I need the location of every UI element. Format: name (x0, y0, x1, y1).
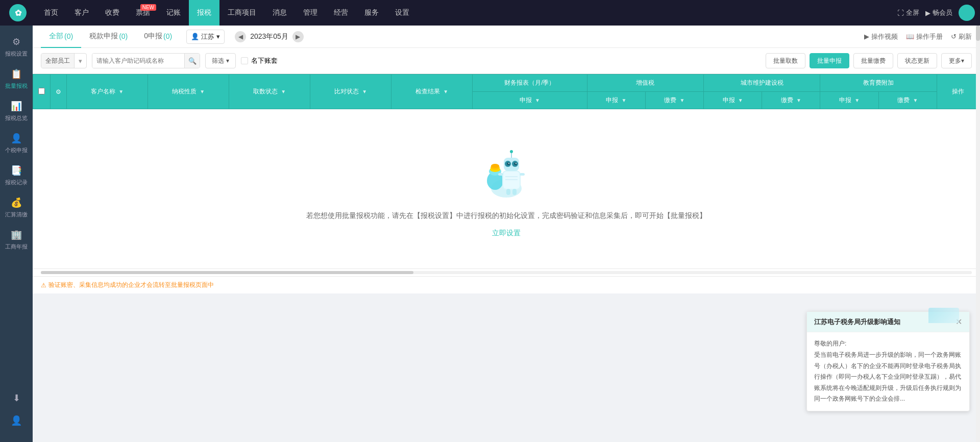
th-vat-declare: 申报 ▼ (587, 92, 645, 109)
th-tax-filter-icon[interactable]: ▼ (200, 89, 205, 94)
batch-pay-btn[interactable]: 批量缴费 (853, 53, 893, 68)
membership-icon: ▶ (925, 9, 930, 17)
user-avatar[interactable] (959, 5, 975, 21)
batch-fetch-btn[interactable]: 批量取数 (766, 53, 805, 68)
province-dropdown-icon: ▾ (216, 33, 220, 40)
svg-point-11 (507, 162, 510, 165)
select-all-checkbox[interactable] (38, 88, 45, 94)
account-checkbox-wrap[interactable]: 名下账套 (241, 56, 278, 65)
video-tutorial-btn[interactable]: ▶ 操作视频 (864, 32, 898, 41)
sidebar-item-tax-settings[interactable]: ⚙ 报税设置 (0, 31, 33, 63)
svg-rect-18 (520, 173, 525, 176)
tab-tax-declaration[interactable]: 税款申报 (0) (81, 26, 136, 48)
month-navigation: ◀ 2023年05月 ▶ (235, 31, 304, 42)
nav-business[interactable]: 工商项目 (219, 0, 264, 26)
th-vat-dec-icon[interactable]: ▼ (621, 97, 626, 103)
th-edu-dec-icon[interactable]: ▼ (854, 97, 860, 103)
nav-invoice[interactable]: 票据 NEW (128, 0, 158, 26)
notification-title: 江苏电子税务局升级影响通知 (814, 317, 900, 327)
next-month-btn[interactable]: ▶ (292, 31, 304, 42)
tab-all[interactable]: 全部 (0) (41, 26, 81, 48)
nav-accounting[interactable]: 记账 (158, 0, 189, 26)
th-vat-pay: 缴费 ▼ (645, 92, 703, 109)
status-update-btn[interactable]: 状态更新 (897, 53, 937, 68)
empty-state: 若您想使用批量报税功能，请先在【报税设置】中进行报税的初始化设置，完成密码验证和… (33, 109, 980, 268)
sidebar-item-download[interactable]: ⬇ (10, 387, 22, 409)
setup-link[interactable]: 立即设置 (492, 229, 521, 238)
th-city-pay-icon[interactable]: ▼ (796, 97, 801, 103)
th-customer-filter-icon[interactable]: ▼ (118, 89, 124, 94)
th-vat-pay-icon[interactable]: ▼ (680, 97, 685, 103)
sidebar-item-tax-records[interactable]: 📑 报税记录 (0, 159, 33, 191)
nav-manage[interactable]: 管理 (295, 0, 326, 26)
sidebar-item-user[interactable]: 👤 (10, 409, 22, 432)
account-checkbox[interactable] (241, 57, 248, 64)
svg-rect-22 (512, 189, 517, 195)
refresh-btn[interactable]: ↺ 刷新 (951, 32, 972, 41)
nav-items: 首页 客户 收费 票据 NEW 记账 报税 工商项目 消息 管理 经营 服务 设… (36, 0, 897, 26)
th-operation: 操作 (937, 75, 979, 109)
th-check-filter-icon[interactable]: ▼ (443, 89, 448, 94)
nav-tax[interactable]: 报税 (189, 0, 219, 26)
manual-btn[interactable]: 📖 操作手册 (906, 32, 943, 41)
th-edu-pay-icon[interactable]: ▼ (913, 97, 918, 103)
sidebar-item-batch-tax[interactable]: 📋 批量报税 (0, 63, 33, 95)
more-btn[interactable]: 更多 ▾ (941, 53, 972, 68)
sidebar-item-annual-report[interactable]: 🏢 工商年报 (0, 224, 33, 256)
filter-right-actions: 批量取数 批量申报 批量缴费 状态更新 更多 ▾ (766, 53, 972, 68)
th-city-tax: 城市维护建设税 (704, 75, 820, 92)
prev-month-btn[interactable]: ◀ (235, 31, 246, 42)
province-selector[interactable]: 👤 江苏 ▾ (186, 30, 225, 44)
filter-button[interactable]: 筛选 ▾ (205, 53, 236, 68)
sidebar-item-personal-tax[interactable]: 👤 个税申报 (0, 127, 33, 159)
th-checkbox (33, 75, 51, 109)
scrollbar-thumb (41, 271, 413, 274)
th-customer-name: 客户名称 ▼ (67, 75, 148, 109)
th-fetch-filter-icon[interactable]: ▼ (281, 89, 286, 94)
th-fin-dec-icon[interactable]: ▼ (535, 97, 540, 103)
manual-icon: 📖 (906, 33, 914, 40)
th-tax-type: 纳税性质 ▼ (148, 75, 229, 109)
employee-dropdown-icon: ▾ (75, 54, 86, 68)
sidebar-item-tax-overview[interactable]: 📊 报税总览 (0, 95, 33, 127)
right-scrollbar[interactable] (976, 26, 980, 442)
svg-point-16 (510, 150, 513, 153)
nav-operation[interactable]: 经营 (326, 0, 356, 26)
th-city-dec-icon[interactable]: ▼ (738, 97, 743, 103)
user-icon: 👤 (10, 414, 22, 427)
th-compare-filter-icon[interactable]: ▼ (362, 89, 367, 94)
search-button[interactable]: 🔍 (184, 54, 200, 68)
notification-corner-decoration (928, 308, 959, 323)
nav-customer[interactable]: 客户 (66, 0, 97, 26)
horizontal-scrollbar[interactable] (41, 271, 972, 274)
invoice-badge: NEW (140, 4, 156, 11)
tab-zero-declaration[interactable]: 0申报 (0) (136, 26, 180, 48)
nav-settings[interactable]: 设置 (387, 0, 418, 26)
download-icon: ⬇ (10, 392, 22, 404)
current-month: 2023年05月 (250, 32, 288, 41)
nav-service[interactable]: 服务 (356, 0, 387, 26)
nav-home[interactable]: 首页 (36, 0, 66, 26)
employee-select[interactable]: 全部员工 ▾ (41, 53, 87, 68)
personal-tax-icon: 👤 (10, 132, 22, 144)
sidebar-bottom: ⬇ 👤 (10, 387, 22, 442)
membership-btn[interactable]: ▶ 畅会员 (925, 8, 952, 17)
nav-billing[interactable]: 收费 (97, 0, 128, 26)
th-edu-declare: 申报 ▼ (820, 92, 878, 109)
more-dropdown-icon: ▾ (961, 57, 964, 64)
batch-declare-btn[interactable]: 批量申报 (810, 53, 849, 68)
logo[interactable]: ✿ (5, 0, 31, 26)
filter-bar: 全部员工 ▾ 🔍 筛选 ▾ 名下账套 批量取数 批量申报 批量缴费 状态更新 更… (33, 48, 980, 74)
search-input[interactable] (92, 54, 184, 68)
annual-report-icon: 🏢 (10, 229, 22, 241)
th-edu-pay: 缴费 ▼ (878, 92, 937, 109)
nav-messages[interactable]: 消息 (264, 0, 295, 26)
search-wrap: 🔍 (92, 53, 200, 68)
employee-select-label: 全部员工 (41, 54, 75, 68)
batch-tax-icon: 📋 (10, 68, 22, 80)
tabs-bar: 全部 (0) 税款申报 (0) 0申报 (0) 👤 江苏 ▾ ◀ 2023年05… (33, 26, 980, 48)
sidebar-item-settlement[interactable]: 💰 汇算清缴 (0, 191, 33, 224)
fullscreen-btn[interactable]: ⛶ 全屏 (897, 8, 919, 17)
sidebar: ⚙ 报税设置 📋 批量报税 📊 报税总览 👤 个税申报 📑 报税记录 💰 汇算清… (0, 26, 33, 442)
table-wrap: ⚙ 客户名称 ▼ 纳税性质 ▼ 取数状态 ▼ 比对状态 (33, 74, 980, 268)
